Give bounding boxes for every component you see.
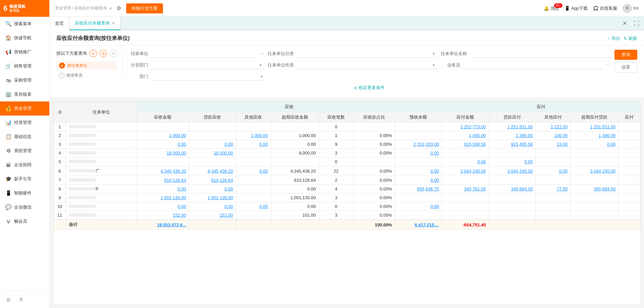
row-pay-amt[interactable]: 345,761.00: [442, 185, 489, 193]
row-pay-overdue[interactable]: 345,684.00: [571, 185, 619, 193]
row-pay-overdue[interactable]: 0.00: [571, 140, 619, 149]
row-rcv-advance[interactable]: 2,153,333.00: [395, 140, 442, 149]
row-rcv-advance[interactable]: 0.00: [395, 166, 442, 176]
row-pay-other[interactable]: 13.00: [536, 140, 571, 149]
row-rcv-amt[interactable]: 0.00: [137, 140, 189, 149]
row-pay-amt[interactable]: 1,490.00: [442, 131, 489, 140]
notify-btn[interactable]: 🔔 消息 99+: [544, 5, 559, 11]
row-pay-loan[interactable]: 1,390.00: [489, 131, 536, 140]
sidebar-item-wechat[interactable]: 💬 企业微信: [0, 200, 49, 214]
row-pay-amt[interactable]: 915,508.56: [442, 140, 489, 149]
row-pay-amt[interactable]: 0.00: [442, 158, 489, 166]
collapse-more-btn[interactable]: ∧ 收起更多条件: [128, 82, 610, 93]
row-pay-other[interactable]: 0.00: [536, 166, 571, 176]
footer-rcv-amt[interactable]: 19,553,472,6...: [137, 220, 189, 230]
row-pay-overdue[interactable]: 1,390.00: [571, 131, 619, 140]
tab-maximize-btn[interactable]: ⛶: [632, 19, 641, 28]
row-pay-amt[interactable]: 3,044,240.00: [442, 166, 489, 176]
row-pay-overdue[interactable]: 3,044,240.00: [571, 166, 619, 176]
tab-close-icon[interactable]: ✕: [112, 21, 115, 26]
row-rcv-amt[interactable]: 152.00: [137, 211, 189, 220]
sidebar-item-sales[interactable]: 🛒 销售管理: [0, 59, 49, 73]
row-rcv-advance[interactable]: 0.00: [395, 202, 442, 211]
refresh-btn[interactable]: ↻ 刷新: [624, 36, 637, 42]
salesman-input[interactable]: [463, 61, 603, 69]
query-btn[interactable]: 查询: [614, 50, 637, 60]
collapse-sidebar-btn[interactable]: ⏸: [16, 295, 26, 305]
scheme-by-company[interactable]: ● 按往来单位: [56, 61, 117, 70]
sidebar-item-operation[interactable]: 📊 经营管理: [0, 116, 49, 130]
sidebar-item-search[interactable]: 🔍 搜索菜单: [0, 17, 49, 31]
row-pay-amt[interactable]: 1,252,773.00: [442, 123, 489, 131]
row-pay-loan[interactable]: 1,251,551.00: [489, 123, 536, 131]
row-pay-other[interactable]: 1,222.00: [536, 123, 571, 131]
row-rcv-loan[interactable]: 4,345,436.20: [189, 166, 236, 176]
name-input[interactable]: [470, 50, 610, 58]
industry-solution-btn[interactable]: 体验行业方案: [126, 3, 163, 13]
row-rcv-loan[interactable]: 810,126.64: [189, 176, 236, 185]
row-rcv-amt[interactable]: 4,345,436.20: [137, 166, 189, 176]
row-rcv-loan[interactable]: 0.00: [189, 202, 236, 211]
row-rcv-amt[interactable]: 0.00: [137, 202, 189, 211]
row-rcv-other[interactable]: 0.00: [236, 166, 271, 176]
user-avatar[interactable]: R Rit: [623, 4, 639, 13]
row-rcv-advance[interactable]: 655,636.75: [395, 185, 442, 193]
row-rcv-amt[interactable]: 1,001,135.00: [137, 193, 189, 202]
row-rcv-other[interactable]: 1,000.00: [236, 131, 271, 140]
scheme-by-salesman[interactable]: ○ 按业务员: [56, 71, 117, 80]
row-pay-loan[interactable]: 3,044,240.00: [489, 166, 536, 176]
tab-home[interactable]: 首页: [50, 17, 69, 30]
sidebar-item-purchase[interactable]: 🛍 采购管理: [0, 73, 49, 87]
tab-query[interactable]: 应收应付余额查询 ✕: [69, 17, 121, 30]
nature-select[interactable]: [297, 61, 437, 69]
row-rcv-advance[interactable]: 0.00: [395, 149, 442, 158]
sidebar-item-guide[interactable]: 🎓 新手引导: [0, 172, 49, 186]
breadcrumb-chevron-icon[interactable]: ▾: [109, 6, 111, 11]
filter-add-btn[interactable]: +: [90, 50, 97, 57]
row-rcv-loan[interactable]: 0.00: [189, 185, 236, 193]
filter-preset-btn[interactable]: ◎: [100, 50, 107, 57]
row-rcv-amt[interactable]: 18,000.00: [137, 149, 189, 158]
row-pay-loan[interactable]: 0.00: [489, 158, 536, 166]
topbar-gear-btn[interactable]: ⚙: [114, 4, 123, 13]
row-pay-other[interactable]: 77.00: [536, 185, 571, 193]
sidebar-item-system[interactable]: ⚙ 系统管理: [0, 144, 49, 158]
row-rcv-amt[interactable]: 0.00: [137, 185, 189, 193]
row-rcv-loan[interactable]: 152.00: [189, 211, 236, 220]
row-rcv-other[interactable]: 0.00: [236, 140, 271, 149]
sidebar-item-member[interactable]: V 畅会员: [0, 214, 49, 228]
row-rcv-loan[interactable]: 18,000.00: [189, 149, 236, 158]
tab-close-window-btn[interactable]: ✕: [620, 19, 629, 28]
settlement-dots-icon[interactable]: ···: [260, 51, 264, 57]
sidebar-item-hardware[interactable]: 📱 智能硬件: [0, 186, 49, 200]
row-pay-overdue[interactable]: 1,251,551.00: [571, 123, 619, 131]
row-rcv-loan[interactable]: 0.00: [189, 140, 236, 149]
dept-select[interactable]: [151, 61, 264, 69]
set-btn[interactable]: 设置: [614, 62, 637, 73]
category-select[interactable]: [297, 50, 437, 58]
row-pay-other[interactable]: 100.00: [536, 131, 571, 140]
row-rcv-advance[interactable]: 0.00: [395, 176, 442, 185]
sidebar-item-corp[interactable]: 🏛 企业协同: [0, 158, 49, 172]
footer-rcv-advance[interactable]: 6,417,215....: [395, 220, 442, 230]
salesman-dots-icon[interactable]: ···: [606, 62, 610, 68]
row-rcv-amt[interactable]: 810,126.64: [137, 176, 189, 185]
sidebar-item-marketing[interactable]: 📢 营销推广: [0, 45, 49, 59]
service-btn[interactable]: 🎧 在线客服: [593, 5, 617, 11]
sidebar-item-finance[interactable]: 💰 资金管理: [0, 101, 49, 116]
settings-bottom-btn[interactable]: ⚙: [3, 295, 13, 305]
section-select[interactable]: [151, 73, 265, 81]
row-rcv-loan[interactable]: 1,001,135.00: [189, 193, 236, 202]
app-download-btn[interactable]: 📱 App下载: [565, 5, 588, 11]
sidebar-item-nav[interactable]: 🏠 快捷导航: [0, 31, 49, 45]
row-rcv-amt[interactable]: 1,000.00: [137, 131, 189, 140]
filter-collapse-btn[interactable]: «: [110, 50, 117, 57]
export-btn[interactable]: ↑ 导出: [608, 36, 621, 42]
sidebar-item-inventory[interactable]: 🏢 库存核算: [0, 87, 49, 101]
row-rcv-other[interactable]: 0.00: [236, 202, 271, 211]
sidebar-item-base[interactable]: 📋 基础信息: [0, 130, 49, 144]
settlement-input[interactable]: [151, 50, 257, 58]
row-pay-loan[interactable]: 345,684.00: [489, 185, 536, 193]
table-settings-icon[interactable]: ⚙: [56, 109, 63, 116]
row-pay-loan[interactable]: 915,495.56: [489, 140, 536, 149]
